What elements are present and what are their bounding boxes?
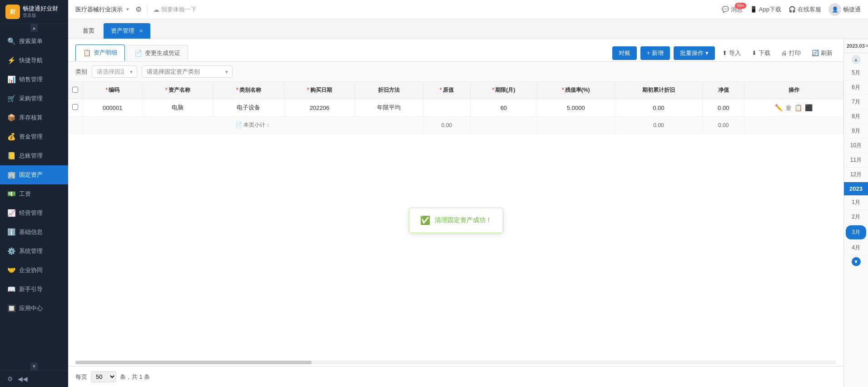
download-icon: 📱 bbox=[750, 6, 757, 13]
delete-icon[interactable]: 🗑 bbox=[785, 104, 792, 111]
month-9[interactable]: 9月 bbox=[844, 124, 868, 139]
month-12[interactable]: 12月 bbox=[844, 168, 868, 182]
sidebar-logo: 财 畅捷通好业财 普及版 bbox=[0, 0, 68, 24]
sales-icon: 📊 bbox=[7, 75, 15, 84]
col-original-value: *原值 bbox=[423, 82, 470, 99]
print-icon: 🖨 bbox=[781, 50, 787, 56]
year-badge: 2023 bbox=[844, 182, 868, 195]
sidebar-item-purchase[interactable]: 🛒 采购管理 bbox=[0, 89, 68, 108]
tab-home[interactable]: 首页 bbox=[75, 23, 102, 39]
panel-down-arrow[interactable]: ▼ bbox=[852, 257, 861, 266]
table-row: 000001 电脑 电子设备 202206 bbox=[68, 99, 843, 117]
filter-category-select[interactable]: 请选择固定资产类别 电子设备 办公设备 机器设备 bbox=[92, 65, 137, 78]
col-depreciation: 折旧方法 bbox=[355, 82, 423, 99]
month-5[interactable]: 5月 bbox=[844, 66, 868, 80]
filter-input-arrow-icon: ▼ bbox=[224, 69, 229, 74]
subtab-asset-detail[interactable]: 📋 资产明细 bbox=[75, 45, 125, 61]
tab-close-icon[interactable]: ✕ bbox=[139, 28, 143, 34]
scrollbar-track bbox=[75, 361, 836, 364]
sidebar-item-operations[interactable]: 📈 经营管理 bbox=[0, 203, 68, 223]
import-btn[interactable]: ⬆ 导入 bbox=[719, 47, 744, 59]
user-menu[interactable]: 👤 畅捷通 bbox=[828, 3, 861, 16]
topbar-right: 💬 消息 99+ 📱 App下载 🎧 在线客服 👤 畅捷通 bbox=[722, 3, 861, 16]
sidebar-scroll-down[interactable]: ▼ bbox=[30, 362, 38, 370]
app-center-icon: 🔲 bbox=[7, 304, 15, 313]
edit-icon[interactable]: ✏️ bbox=[775, 104, 783, 111]
online-service-btn[interactable]: 🎧 在线客服 bbox=[789, 5, 821, 14]
new-btn[interactable]: + 新增 bbox=[640, 46, 670, 60]
row-category: 电子设备 bbox=[213, 99, 284, 117]
message-btn[interactable]: 💬 消息 99+ bbox=[722, 5, 743, 14]
month-10[interactable]: 10月 bbox=[844, 139, 868, 153]
month-8[interactable]: 8月 bbox=[844, 109, 868, 124]
subtotal-actions bbox=[744, 117, 843, 134]
sidebar-item-app-center[interactable]: 🔲 应用中心 bbox=[0, 299, 68, 318]
company-dropdown-icon: ▼ bbox=[125, 7, 130, 12]
copy-icon[interactable]: 📋 bbox=[794, 104, 802, 111]
main-area: 医疗器械行业演示 ▼ ⚙ ☁ 我要体验一下 💬 消息 99+ 📱 App下载 🎧… bbox=[68, 0, 868, 387]
basic-info-icon: ℹ️ bbox=[7, 228, 15, 236]
app-logo-text: 畅捷通好业财 bbox=[23, 5, 58, 13]
more-icon[interactable]: ⬛ bbox=[805, 104, 813, 111]
filter-category-input[interactable] bbox=[142, 65, 233, 78]
close-panel-icon[interactable]: ✕ bbox=[865, 43, 868, 49]
sidebar-scroll-up[interactable]: ▲ bbox=[30, 24, 38, 32]
sidebar-item-basic-info[interactable]: ℹ️ 基础信息 bbox=[0, 223, 68, 242]
month-2[interactable]: 2月 bbox=[844, 210, 868, 224]
experience-btn[interactable]: ☁ 我要体验一下 bbox=[153, 5, 197, 14]
sidebar-item-inventory[interactable]: 📦 库存核算 bbox=[0, 108, 68, 127]
success-check-icon: ✅ bbox=[420, 215, 430, 225]
month-7[interactable]: 7月 bbox=[844, 95, 868, 109]
right-panel-year-label: 2023.03 bbox=[847, 43, 865, 49]
download-btn[interactable]: ⬇ 下载 bbox=[748, 47, 774, 59]
batch-dropdown-icon: ▾ bbox=[705, 50, 709, 56]
company-selector[interactable]: 医疗器械行业演示 ▼ bbox=[75, 5, 130, 14]
sidebar-item-system[interactable]: ⚙️ 系统管理 bbox=[0, 242, 68, 261]
month-3-active[interactable]: 3月 bbox=[846, 225, 866, 240]
sidebar-item-search[interactable]: 🔍 搜索菜单 bbox=[0, 32, 68, 51]
batch-btn[interactable]: 批量操作 ▾ bbox=[674, 46, 715, 60]
tab-asset-mgmt[interactable]: 资产管理 ✕ bbox=[104, 23, 150, 39]
print-btn[interactable]: 🖨 打印 bbox=[778, 47, 804, 59]
per-page-select[interactable]: 50 10 20 100 bbox=[91, 371, 116, 382]
month-4[interactable]: 4月 bbox=[844, 241, 868, 255]
pagination: 每页 50 10 20 100 条，共 1 条 bbox=[68, 366, 843, 387]
sidebar-item-funds[interactable]: 💰 资金管理 bbox=[0, 127, 68, 146]
sidebar-item-fixed-assets[interactable]: 🏢 固定资产 bbox=[0, 165, 68, 184]
col-period: *期限(月) bbox=[470, 82, 537, 99]
panel-up-arrow[interactable]: ▲ bbox=[852, 55, 861, 64]
tabbar: 首页 资产管理 ✕ bbox=[68, 19, 868, 39]
row-residual-rate: 5.0000 bbox=[537, 99, 615, 117]
settings-icon[interactable]: ⚙ bbox=[7, 375, 13, 382]
month-1[interactable]: 1月 bbox=[844, 195, 868, 210]
month-6[interactable]: 6月 bbox=[844, 80, 868, 95]
col-actions: 操作 bbox=[744, 82, 843, 99]
sidebar-item-guide[interactable]: 📖 新手引导 bbox=[0, 280, 68, 299]
row-checkbox[interactable] bbox=[72, 104, 78, 110]
subtab-change-voucher[interactable]: 📄 变更生成凭证 bbox=[127, 45, 188, 61]
refresh-btn[interactable]: 🔄 刷新 bbox=[808, 47, 836, 59]
month-11[interactable]: 11月 bbox=[844, 153, 868, 168]
row-name: 电脑 bbox=[142, 99, 213, 117]
asset-table: *编码 *资产名称 *类别名称 *购买日期 折旧方法 *原值 *期限(月) *残… bbox=[68, 82, 843, 134]
scrollbar-thumb[interactable] bbox=[75, 361, 312, 364]
funds-icon: 💰 bbox=[7, 133, 15, 141]
reconcile-btn[interactable]: 对账 bbox=[612, 46, 637, 60]
operations-icon: 📈 bbox=[7, 209, 15, 217]
action-icons: ✏️ 🗑 📋 ⬛ bbox=[748, 104, 839, 111]
col-category: *类别名称 bbox=[213, 82, 284, 99]
settings-gear-icon[interactable]: ⚙ bbox=[135, 5, 142, 14]
sidebar-item-enterprise[interactable]: 🤝 企业协同 bbox=[0, 261, 68, 280]
sidebar-item-ledger[interactable]: 📒 总账管理 bbox=[0, 146, 68, 165]
subtotal-residual bbox=[537, 117, 615, 134]
sidebar-item-payroll[interactable]: 💵 工资 bbox=[0, 184, 68, 203]
row-net-value: 0.00 bbox=[703, 99, 744, 117]
enterprise-icon: 🤝 bbox=[7, 266, 15, 274]
company-name: 医疗器械行业演示 bbox=[75, 5, 123, 14]
select-all-checkbox[interactable] bbox=[72, 87, 78, 93]
collapse-icon[interactable]: ◀◀ bbox=[18, 375, 28, 382]
sidebar-item-quick-nav[interactable]: ⚡ 快捷导航 bbox=[0, 51, 68, 70]
sidebar-item-sales[interactable]: 📊 销售管理 bbox=[0, 70, 68, 89]
subtotal-label: 📄 本页小计： bbox=[83, 117, 423, 134]
app-download-btn[interactable]: 📱 App下载 bbox=[750, 5, 781, 14]
